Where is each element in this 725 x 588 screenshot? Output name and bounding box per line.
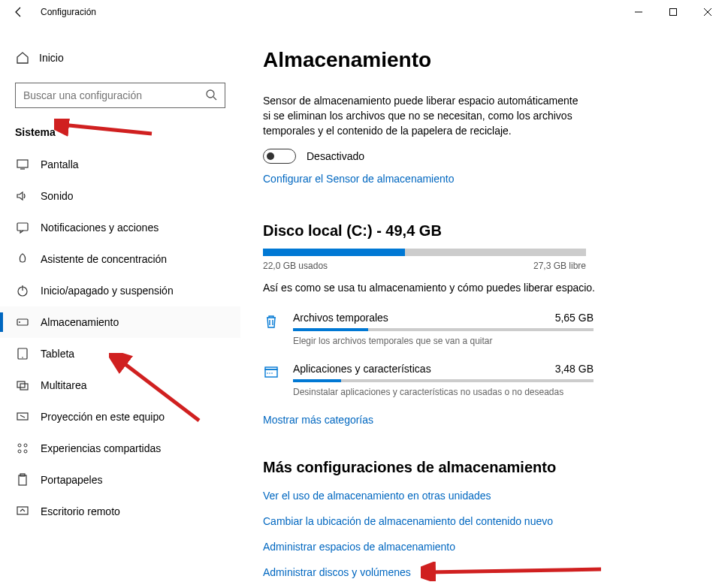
minimize-button[interactable]: [621, 0, 656, 24]
category-size: 3,48 GB: [555, 363, 594, 375]
sidebar-item-tablet[interactable]: Tableta: [0, 338, 240, 369]
category-sub: Desinstalar aplicaciones y característic…: [293, 387, 594, 397]
svg-point-18: [18, 444, 21, 447]
window-title: Configuración: [41, 7, 96, 17]
sidebar-item-sound[interactable]: Sonido: [0, 180, 240, 212]
more-link-storage-spaces[interactable]: Administrar espacios de almacenamiento: [263, 541, 699, 553]
sidebar-item-label: Notificaciones y acciones: [41, 222, 159, 234]
apps-icon: [263, 364, 282, 383]
more-link-other-drives[interactable]: Ver el uso de almacenamiento en otras un…: [263, 490, 699, 502]
storage-icon: [15, 315, 30, 329]
more-settings-heading: Más configuraciones de almacenamiento: [263, 459, 699, 476]
sidebar-item-label: Multitarea: [41, 379, 86, 391]
remote-icon: [15, 505, 30, 518]
sound-icon: [15, 189, 30, 203]
more-link-manage-disks[interactable]: Administrar discos y volúmenes: [263, 566, 699, 578]
search-input[interactable]: [23, 89, 205, 101]
sidebar-item-multitask[interactable]: Multitarea: [0, 369, 240, 401]
svg-point-19: [24, 444, 27, 447]
page-title: Almacenamiento: [263, 48, 699, 72]
category-bar: [293, 328, 594, 331]
home-nav[interactable]: Inicio: [0, 45, 240, 71]
svg-point-29: [271, 372, 273, 374]
sidebar-item-remote[interactable]: Escritorio remoto: [0, 496, 240, 527]
trash-icon: [263, 313, 282, 332]
sidebar-item-label: Pantalla: [41, 158, 79, 170]
category-name: Aplicaciones y características: [293, 363, 431, 375]
sidebar-item-label: Portapapeles: [41, 474, 103, 486]
usage-desc: Así es como se usa tu almacenamiento y c…: [263, 282, 699, 294]
sidebar: Inicio Sistema Pantalla Sonido Notificac…: [0, 24, 240, 588]
maximize-button[interactable]: [656, 0, 690, 24]
svg-point-12: [19, 321, 20, 323]
disk-free-label: 27,3 GB libre: [533, 261, 586, 271]
svg-rect-15: [17, 381, 25, 387]
home-icon: [15, 51, 30, 65]
svg-rect-16: [20, 384, 28, 390]
sidebar-item-label: Tableta: [41, 348, 74, 360]
close-button[interactable]: [690, 0, 725, 24]
display-icon: [15, 158, 30, 171]
sidebar-item-focus-assist[interactable]: Asistente de concentración: [0, 243, 240, 275]
svg-rect-1: [670, 9, 677, 16]
svg-line-5: [213, 97, 216, 100]
sidebar-item-notifications[interactable]: Notificaciones y acciones: [0, 212, 240, 243]
svg-point-20: [18, 450, 21, 453]
category-bar: [293, 379, 594, 382]
storage-sense-desc: Sensor de almacenamiento puede liberar e…: [263, 93, 586, 138]
tablet-icon: [15, 347, 30, 360]
power-icon: [15, 284, 30, 297]
titlebar: Configuración: [0, 0, 725, 24]
category-size: 5,65 GB: [555, 312, 594, 324]
sidebar-item-label: Escritorio remoto: [41, 505, 120, 517]
svg-point-14: [22, 357, 23, 358]
show-more-categories-link[interactable]: Mostrar más categorías: [263, 414, 373, 426]
svg-rect-26: [265, 367, 277, 369]
toggle-state-label: Desactivado: [307, 150, 364, 162]
sidebar-item-display[interactable]: Pantalla: [0, 149, 240, 180]
home-label: Inicio: [39, 52, 64, 64]
clipboard-icon: [15, 473, 30, 487]
search-icon: [205, 89, 217, 103]
svg-point-27: [267, 372, 268, 374]
category-apps[interactable]: Aplicaciones y características 3,48 GB D…: [263, 363, 594, 397]
search-box[interactable]: [15, 83, 225, 108]
category-name: Archivos temporales: [293, 312, 388, 324]
sidebar-item-label: Inicio/apagado y suspensión: [41, 285, 174, 297]
section-label: Sistema: [0, 122, 240, 149]
svg-rect-22: [19, 475, 26, 485]
svg-point-28: [269, 372, 270, 374]
sidebar-item-label: Experiencias compartidas: [41, 442, 161, 454]
disk-heading: Disco local (C:) - 49,4 GB: [263, 222, 699, 240]
svg-point-4: [207, 90, 214, 98]
focus-icon: [15, 252, 30, 266]
content-pane: Almacenamiento Sensor de almacenamiento …: [240, 24, 725, 588]
sidebar-item-label: Asistente de concentración: [41, 253, 167, 265]
sidebar-item-label: Proyección en este equipo: [41, 411, 165, 423]
shared-icon: [15, 442, 30, 455]
notifications-icon: [15, 221, 30, 234]
sidebar-item-clipboard[interactable]: Portapapeles: [0, 464, 240, 496]
category-sub: Elegir los archivos temporales que se va…: [293, 336, 594, 346]
svg-point-21: [24, 450, 27, 453]
sidebar-item-power[interactable]: Inicio/apagado y suspensión: [0, 275, 240, 306]
more-link-change-location[interactable]: Cambiar la ubicación de almacenamiento d…: [263, 515, 699, 527]
sidebar-item-label: Sonido: [41, 190, 74, 202]
project-icon: [15, 410, 30, 424]
back-button[interactable]: [8, 1, 30, 23]
svg-rect-6: [17, 160, 28, 167]
svg-rect-24: [17, 507, 28, 514]
configure-sense-link[interactable]: Configurar el Sensor de almacenamiento: [263, 173, 454, 185]
svg-rect-8: [17, 223, 28, 231]
disk-usage-bar: [263, 249, 586, 256]
disk-used-label: 22,0 GB usados: [263, 261, 328, 271]
sidebar-item-shared[interactable]: Experiencias compartidas: [0, 433, 240, 464]
sidebar-item-project[interactable]: Proyección en este equipo: [0, 401, 240, 433]
category-temp-files[interactable]: Archivos temporales 5,65 GB Elegir los a…: [263, 312, 594, 346]
sidebar-item-storage[interactable]: Almacenamiento: [0, 306, 240, 338]
sidebar-item-label: Almacenamiento: [41, 316, 119, 328]
multitask-icon: [15, 378, 30, 392]
storage-sense-toggle[interactable]: [263, 149, 296, 164]
